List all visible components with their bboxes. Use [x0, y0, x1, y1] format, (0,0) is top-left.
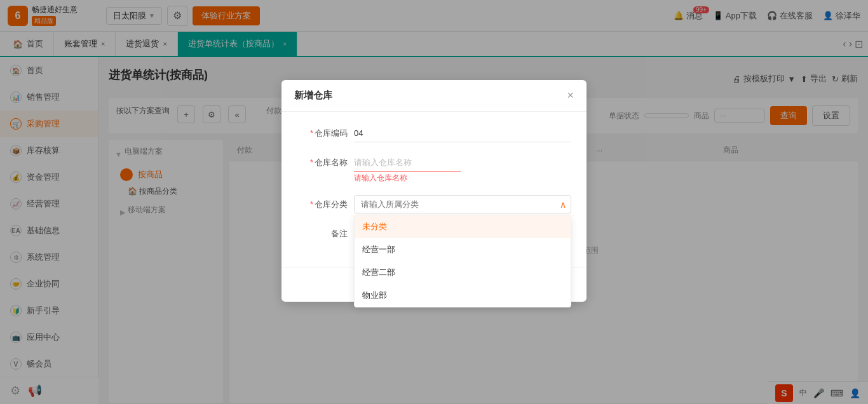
form-row-code: *仓库编码	[297, 125, 571, 142]
category-dropdown: ∧ 未分类 经营一部 经营二部 物业部	[354, 195, 571, 213]
category-label: *仓库分类	[297, 199, 348, 210]
modal-header: 新增仓库 ×	[281, 80, 587, 112]
name-input[interactable]	[354, 154, 461, 172]
dropdown-option-dept1[interactable]: 经营一部	[355, 238, 571, 261]
name-label: *仓库名称	[297, 157, 348, 168]
category-input[interactable]	[354, 195, 571, 213]
dropdown-option-dept3[interactable]: 物业部	[355, 284, 571, 307]
dropdown-arrow-icon[interactable]: ∧	[560, 199, 566, 210]
add-warehouse-modal: 新增仓库 × *仓库编码 *仓库名称 请输入仓库名称	[281, 80, 587, 302]
form-row-category: *仓库分类 ∧ 未分类 经营一部 经营二部 物业部	[297, 195, 571, 213]
form-row-name: *仓库名称 请输入仓库名称	[297, 154, 571, 184]
modal-close-button[interactable]: ×	[567, 89, 574, 102]
code-label: *仓库编码	[297, 128, 348, 139]
note-label: 备注	[297, 228, 348, 239]
modal-title: 新增仓库	[294, 90, 332, 102]
name-error-message: 请输入仓库名称	[354, 173, 407, 182]
dropdown-option-uncategorized[interactable]: 未分类	[355, 215, 571, 238]
code-input[interactable]	[354, 125, 571, 142]
modal-body: *仓库编码 *仓库名称 请输入仓库名称 *仓库分类	[281, 112, 587, 267]
dropdown-option-dept2[interactable]: 经营二部	[355, 261, 571, 284]
category-dropdown-list: 未分类 经营一部 经营二部 物业部	[354, 215, 571, 307]
